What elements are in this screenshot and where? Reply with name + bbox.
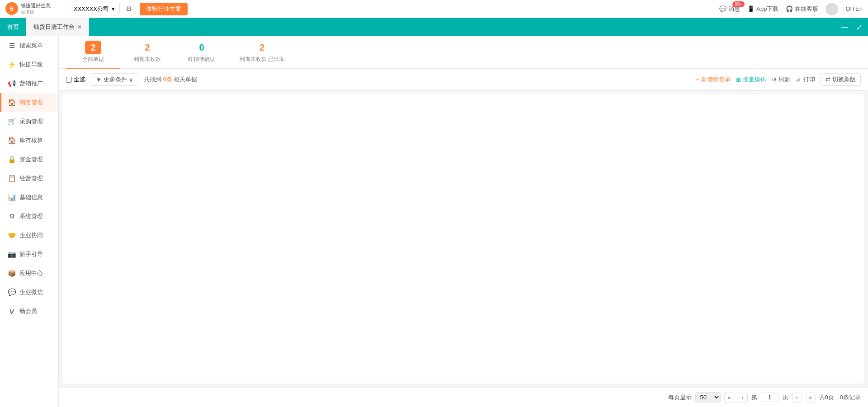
- home-tab-label: 首页: [7, 23, 19, 31]
- sidebar-item-inventory[interactable]: 🏠 库存核算: [0, 131, 58, 150]
- app-download-label: App下载: [756, 5, 778, 13]
- sidebar-label-sales: 销售管理: [19, 98, 43, 107]
- app-download-button[interactable]: 📱 App下载: [747, 5, 778, 13]
- total-text: 共0页，0条记录: [819, 393, 861, 402]
- trial-button[interactable]: 体验行业方案: [140, 3, 188, 15]
- tab-minimize-button[interactable]: —: [839, 22, 850, 33]
- sidebar-label-search-menu: 搜索菜单: [19, 42, 43, 50]
- service-icon: 🎧: [786, 5, 793, 12]
- sidebar-item-search-menu[interactable]: ☰ 搜索菜单: [0, 36, 58, 55]
- cooperation-icon: 🤝: [8, 231, 16, 239]
- logo-icon: 6: [5, 2, 18, 15]
- stat-num-shipped: 2: [254, 41, 270, 54]
- batch-operation-button[interactable]: ⊞ 批量操作: [736, 75, 766, 84]
- chevron-down-icon: ▾: [112, 5, 115, 12]
- stat-num-pending: 0: [193, 41, 210, 54]
- sidebar-label-wechat: 企业微信: [19, 288, 43, 296]
- system-icon: ⚙: [8, 212, 16, 220]
- user-avatar[interactable]: [826, 3, 838, 15]
- stat-num-all: 2: [85, 41, 101, 54]
- app-center-icon: 📦: [8, 269, 16, 277]
- tab-maximize-button[interactable]: ⤢: [854, 22, 864, 33]
- switch-label: 切换新版: [832, 76, 856, 83]
- finance-icon: 🔒: [8, 155, 16, 164]
- next-icon: ›: [796, 394, 798, 401]
- content-area: 2 全部单据 2 到期未收款 0 旺辅待确认 2 到期未收款 已出库 全选: [59, 36, 868, 407]
- sidebar-item-member[interactable]: V 畅会员: [0, 302, 58, 321]
- guide-icon: 📷: [8, 250, 16, 258]
- sidebar-label-guide: 新手引导: [19, 250, 43, 258]
- sidebar-item-app-center[interactable]: 📦 应用中心: [0, 264, 58, 283]
- last-page-icon: »: [809, 394, 812, 401]
- page-label: 第: [751, 393, 757, 402]
- found-count: 0条: [163, 76, 172, 83]
- sidebar-item-quick-nav[interactable]: ⚡ 快捷导航: [0, 55, 58, 74]
- stat-num-overdue: 2: [139, 41, 156, 54]
- sidebar-item-system[interactable]: ⚙ 系统管理: [0, 207, 58, 226]
- toolbar-right: + 新增销货单 ⊞ 批量操作 ↺ 刷新 🖨 打印 ⇄ 切换新版: [696, 73, 861, 86]
- app-title: 畅捷通好生意: [21, 2, 51, 9]
- print-icon: 🖨: [796, 76, 802, 83]
- stat-label-overdue: 到期未收款: [134, 56, 161, 63]
- basic-info-icon: 📊: [8, 193, 16, 201]
- sidebar-item-marketing[interactable]: 📢 营销推广: [0, 74, 58, 93]
- stat-tab-shipped[interactable]: 2 到期未收款 已出库: [229, 36, 295, 68]
- tab-cashflow[interactable]: 钱货日清工作台 ✕: [26, 18, 89, 36]
- sidebar-item-sales[interactable]: 🏠 销售管理: [0, 93, 58, 112]
- toolbar-left: 全选 ▼ 更多条件 ∨ 共找到 0条 相关单据: [66, 73, 197, 86]
- batch-label: 批量操作: [743, 75, 766, 84]
- sidebar-item-cooperation[interactable]: 🤝 企业协同: [0, 226, 58, 245]
- gear-icon: ⚙: [126, 5, 132, 13]
- inventory-icon: 🏠: [8, 136, 16, 145]
- sidebar-item-purchase[interactable]: 🛒 采购管理: [0, 112, 58, 131]
- sidebar-item-guide[interactable]: 📷 新手引导: [0, 245, 58, 264]
- stat-label-all: 全部单据: [82, 56, 104, 63]
- batch-icon: ⊞: [736, 76, 741, 83]
- page-label-2: 页: [783, 393, 788, 402]
- stat-tab-overdue[interactable]: 2 到期未收款: [120, 36, 175, 68]
- member-icon: V: [8, 307, 16, 315]
- switch-version-button[interactable]: ⇄ 切换新版: [821, 73, 861, 86]
- online-service-label: 在线客服: [795, 5, 818, 13]
- sidebar-label-member: 畅会员: [19, 307, 37, 315]
- stat-tab-pending[interactable]: 0 旺辅待确认: [175, 36, 229, 68]
- settings-button[interactable]: ⚙: [123, 3, 135, 15]
- print-button[interactable]: 🖨 打印: [796, 75, 815, 84]
- page-size-select[interactable]: 50 10 20 100: [695, 392, 721, 402]
- print-label: 打印: [803, 75, 815, 84]
- sidebar-item-basic-info[interactable]: 📊 基础信息: [0, 188, 58, 207]
- user-name-label[interactable]: OfTEn: [845, 5, 863, 12]
- select-all-checkbox[interactable]: 全选: [66, 75, 85, 84]
- first-page-button[interactable]: «: [724, 393, 734, 402]
- sidebar-label-app-center: 应用中心: [19, 269, 43, 277]
- online-service-button[interactable]: 🎧 在线客服: [786, 5, 818, 13]
- select-all-input[interactable]: [66, 77, 72, 83]
- refresh-button[interactable]: ↺ 刷新: [772, 75, 790, 84]
- stat-tabs: 2 全部单据 2 到期未收款 0 旺辅待确认 2 到期未收款 已出库: [59, 36, 868, 69]
- company-selector[interactable]: XXXXXX公司 ▾: [69, 3, 120, 15]
- message-badge: 99+: [732, 1, 745, 7]
- tab-close-icon[interactable]: ✕: [77, 24, 82, 30]
- last-page-button[interactable]: »: [806, 393, 816, 402]
- header-right: 💬 消息 99+ 📱 App下载 🎧 在线客服 OfTEn: [719, 3, 863, 15]
- sidebar-label-inventory: 库存核算: [19, 136, 43, 145]
- stat-label-pending: 旺辅待确认: [188, 56, 215, 63]
- prev-page-button[interactable]: ‹: [738, 393, 748, 402]
- sidebar-item-finance[interactable]: 🔒 资金管理: [0, 150, 58, 169]
- next-page-button[interactable]: ›: [792, 393, 802, 402]
- sidebar-item-wechat[interactable]: 💬 企业微信: [0, 283, 58, 302]
- sidebar-label-marketing: 营销推广: [19, 80, 43, 88]
- sidebar-label-cooperation: 企业协同: [19, 231, 43, 239]
- add-sales-order-button[interactable]: + 新增销货单: [696, 75, 731, 84]
- page-input[interactable]: [761, 393, 779, 402]
- message-button[interactable]: 💬 消息 99+: [719, 5, 740, 13]
- download-icon: 📱: [747, 5, 755, 12]
- logo-area: 6 畅捷通好生意 标准版: [5, 2, 64, 15]
- stat-tab-all[interactable]: 2 全部单据: [66, 36, 120, 68]
- refresh-label: 刷新: [778, 75, 790, 84]
- sidebar-label-operation: 经营管理: [19, 174, 43, 182]
- filter-button[interactable]: ▼ 更多条件 ∨: [91, 73, 138, 86]
- tab-home[interactable]: 首页: [0, 18, 26, 36]
- header: 6 畅捷通好生意 标准版 XXXXXX公司 ▾ ⚙ 体验行业方案 💬 消息 99…: [0, 0, 868, 18]
- sidebar-item-operation[interactable]: 📋 经营管理: [0, 169, 58, 188]
